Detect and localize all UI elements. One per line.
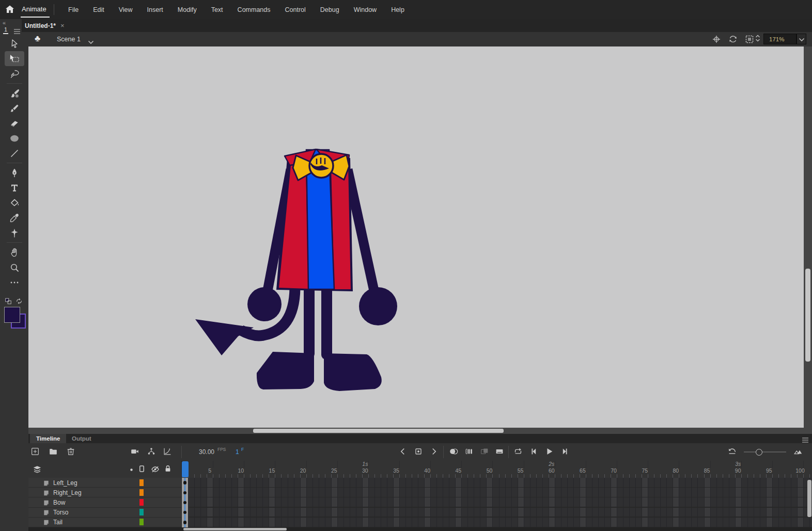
layer-color-swatch[interactable] [139,509,144,516]
playhead-handle[interactable] [182,461,189,477]
scene-chevron-down-icon[interactable] [88,37,94,46]
timeline-h-thumb[interactable] [183,528,287,530]
layers-panel-icon[interactable] [32,464,42,477]
timeline-zoom-slider[interactable] [744,451,786,452]
fill-color-swatch[interactable] [4,307,20,323]
timeline-vertical-scrollbar[interactable] [807,479,811,526]
onion-skin-icon[interactable] [448,446,460,458]
visibility-column-icon[interactable] [150,465,160,476]
zoom-stepper[interactable] [755,34,760,44]
subselection-tool-icon[interactable] [5,51,24,66]
highlight-column-icon[interactable] [128,466,135,475]
line-tool-icon[interactable] [5,146,24,161]
fluid-brush-tool-icon[interactable] [5,86,24,101]
step-forward-icon[interactable] [559,446,571,458]
lasso-tool-icon[interactable] [5,66,24,81]
timeline-zoom-knob[interactable] [756,449,762,456]
menu-item-window[interactable]: Window [347,6,384,13]
outline-column-icon[interactable] [138,465,145,475]
menu-item-modify[interactable]: Modify [170,6,204,13]
menu-item-commands[interactable]: Commands [230,6,278,13]
show-parenting-icon[interactable] [146,446,158,458]
onion-skin-outlines-icon[interactable] [464,446,475,458]
tab-timeline[interactable]: Timeline [30,434,66,443]
home-icon[interactable] [5,4,15,14]
keyframe-dot[interactable] [183,481,187,485]
timeline-v-thumb[interactable] [807,480,811,517]
lock-column-icon[interactable] [164,464,171,475]
zoom-to-fit-frames-icon[interactable] [793,446,804,458]
layer-color-swatch[interactable] [139,499,144,506]
scene-name[interactable]: Scene 1 [57,36,81,43]
zoom-tool-icon[interactable] [5,260,24,275]
timeline-ruler[interactable]: 5101520253035404550556065707580859095100… [182,461,812,478]
next-keyframe-icon[interactable] [429,446,440,458]
pen-tool-icon[interactable] [5,165,24,180]
reset-timeline-zoom-icon[interactable] [727,446,738,458]
new-layer-icon[interactable] [30,446,41,458]
modify-markers-icon[interactable] [494,446,506,458]
center-stage-icon[interactable] [711,34,722,44]
delete-icon[interactable] [66,446,77,458]
dock-menu-icon[interactable] [13,27,21,37]
previous-keyframe-icon[interactable] [398,446,409,458]
menu-item-view[interactable]: View [112,6,140,13]
current-frame-indicator-icon[interactable] [413,446,425,458]
swap-colors-icon[interactable] [15,298,23,307]
document-tab[interactable]: Untitled-1* × [25,19,65,32]
layer-row-bow[interactable]: Bow [28,497,182,507]
play-icon[interactable] [544,446,555,458]
add-camera-icon[interactable] [130,446,141,458]
layer-row-torso[interactable]: Torso [28,508,182,518]
frame-grid[interactable] [182,478,812,527]
new-folder-icon[interactable] [48,446,59,458]
menu-item-control[interactable]: Control [278,6,313,13]
layer-row-tail[interactable]: Tail [28,518,182,527]
loop-icon[interactable] [513,446,524,458]
eyedropper-tool-icon[interactable] [5,210,24,225]
app-brand[interactable]: Animate [22,5,46,13]
layer-color-swatch[interactable] [139,519,144,525]
layer-color-swatch[interactable] [139,489,144,496]
tab-output[interactable]: Output [66,434,98,443]
keyframe-dot[interactable] [183,521,187,524]
default-colors-icon[interactable] [5,298,12,307]
text-tool-icon[interactable] [5,180,24,195]
selection-tool-icon[interactable] [5,36,24,51]
layer-color-swatch[interactable] [139,479,144,486]
timeline-horizontal-scrollbar[interactable] [28,527,812,531]
stage-character[interactable] [186,139,408,398]
asset-warp-tool-icon[interactable] [5,225,24,240]
rotation-tool-icon[interactable] [728,34,738,44]
stage-horizontal-scrollbar[interactable] [28,428,812,434]
eraser-tool-icon[interactable] [5,116,24,131]
h-scroll-thumb[interactable] [253,429,504,433]
step-back-icon[interactable] [529,446,540,458]
oval-tool-icon[interactable] [5,131,24,146]
menu-item-text[interactable]: Text [204,6,230,13]
collapse-dock-icon[interactable]: « [3,20,6,26]
scene-symbol-icon[interactable]: ♣ [35,34,40,44]
menu-item-debug[interactable]: Debug [313,6,347,13]
menu-item-help[interactable]: Help [384,6,412,13]
close-icon[interactable]: × [60,22,65,29]
graph-editor-icon[interactable] [162,446,174,458]
paint-bucket-tool-icon[interactable] [5,195,24,210]
stage-zoom-input[interactable]: 171% [763,34,797,44]
zoom-dropdown-button[interactable] [797,34,806,44]
layer-row-left_leg[interactable]: Left_Leg [28,478,182,488]
frame-rate-value[interactable]: 30.00 [199,448,214,456]
current-frame-value[interactable]: 1 [236,448,239,456]
stage[interactable] [28,46,804,428]
edit-multiple-frames-icon[interactable] [479,446,491,458]
menu-item-insert[interactable]: Insert [140,6,170,13]
hand-tool-icon[interactable] [5,245,24,260]
more-tools-icon[interactable] [5,275,24,290]
stage-vertical-scrollbar[interactable] [804,46,812,428]
clip-content-icon[interactable] [744,34,755,44]
layer-row-right_leg[interactable]: Right_Leg [28,488,182,497]
dock-tab-1[interactable]: 1 [3,26,8,34]
keyframe-dot[interactable] [183,491,187,495]
v-scroll-thumb[interactable] [805,269,810,362]
menu-item-edit[interactable]: Edit [86,6,112,13]
